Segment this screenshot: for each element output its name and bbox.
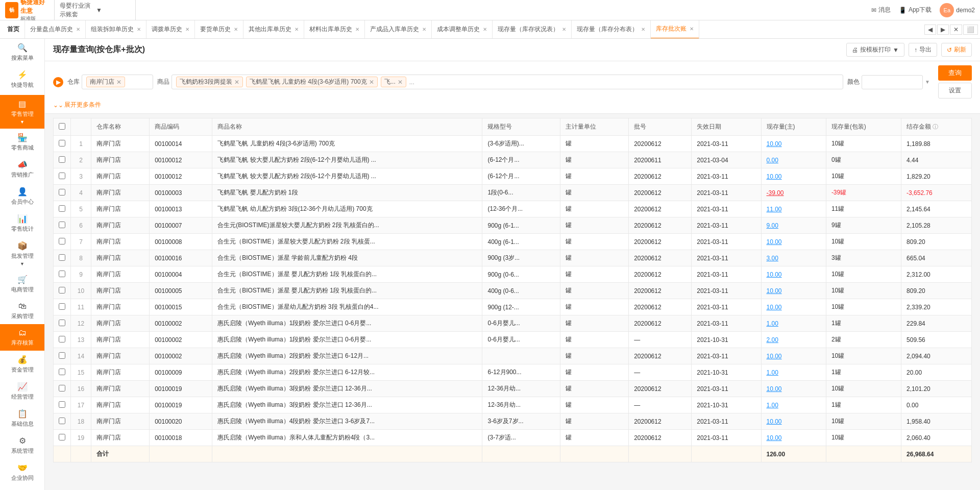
row-checkbox[interactable] [54, 283, 71, 299]
row-stock-main[interactable]: -39.00 [761, 185, 826, 201]
row-stock-main[interactable]: 10.00 [761, 430, 826, 446]
goods-tag-2-remove[interactable]: ✕ [369, 79, 374, 86]
row-stock-main[interactable]: 1.00 [761, 397, 826, 413]
tab-kucun-batch[interactable]: 库存批次账 ✕ [651, 20, 699, 39]
row-checkbox[interactable] [54, 397, 71, 413]
expand-more-btn[interactable]: ⌄⌄ 展开更多条件 [53, 101, 972, 109]
row-checkbox[interactable] [54, 152, 71, 168]
goods-tag-2[interactable]: 飞鹤星飞帆 儿童奶粉 4段(3-6岁适用) 700克 ✕ [246, 77, 378, 87]
row-checkbox[interactable] [54, 217, 71, 234]
sidebar-item-operation[interactable]: 📈 经营管理 [0, 378, 44, 405]
row-stock-main[interactable]: 10.00 [761, 234, 826, 250]
warehouse-tag[interactable]: 南岸门店 ✕ [86, 77, 125, 87]
sidebar-item-zero-stat[interactable]: 📊 零售统计 [0, 210, 44, 237]
sidebar-item-batch[interactable]: 📦 批发管理 ▼ [0, 237, 44, 271]
row-checkbox[interactable] [54, 315, 71, 332]
row-checkbox[interactable] [54, 364, 71, 381]
tab-diaob[interactable]: 调拨单历史 ✕ [146, 20, 195, 39]
row-checkbox[interactable] [54, 332, 71, 348]
user-menu[interactable]: Ea demo2 [940, 3, 975, 17]
sidebar-item-search[interactable]: 🔍 搜索菜单 [0, 39, 44, 66]
sidebar-item-finance[interactable]: 💰 资金管理 [0, 351, 44, 378]
row-checkbox[interactable] [54, 201, 71, 217]
tab-zuzhuang[interactable]: 组装拆卸单历史 ✕ [86, 20, 146, 39]
message-button[interactable]: ✉ 消息 [871, 6, 891, 14]
workspace-selector[interactable]: 母婴行业演示账套 ▼ [54, 0, 136, 21]
tab-next-btn[interactable]: ▶ [937, 24, 949, 35]
goods-tag-3-remove[interactable]: ✕ [398, 79, 403, 86]
row-stock-main[interactable]: 0.00 [761, 152, 826, 168]
goods-tag-3[interactable]: 飞... ✕ [381, 77, 406, 87]
settings-button[interactable]: 设置 [938, 83, 972, 99]
tab-zuzhuang-close[interactable]: ✕ [137, 27, 141, 32]
sidebar-item-guide[interactable]: 🎯 新手引导 [0, 486, 44, 490]
tab-yaohuo-close[interactable]: ✕ [234, 27, 238, 32]
row-stock-main[interactable]: 11.00 [761, 201, 826, 217]
tab-xiancunzhuang[interactable]: 现存量（库存状况表） ✕ [493, 20, 572, 39]
goods-tag-area[interactable]: 飞鹤奶粉3段两提装 ✕ 飞鹤星飞帆 儿童奶粉 4段(3-6岁适用) 700克 ✕… [172, 75, 843, 89]
tab-diaob-close[interactable]: ✕ [185, 27, 189, 32]
balance-info-icon[interactable]: ⓘ [933, 124, 938, 130]
row-checkbox[interactable] [54, 299, 71, 315]
tab-qitachuku[interactable]: 其他出库单历史 ✕ [243, 20, 304, 39]
row-stock-main[interactable]: 10.00 [761, 168, 826, 185]
row-stock-main[interactable]: 1.00 [761, 315, 826, 332]
tab-chanpin[interactable]: 产成品入库单历史 ✕ [365, 20, 432, 39]
tab-fenliang-close[interactable]: ✕ [76, 27, 80, 32]
sidebar-item-system[interactable]: ⚙ 系统管理 [0, 432, 44, 459]
refresh-button[interactable]: ↺ 刷新 [941, 43, 972, 57]
row-checkbox[interactable] [54, 413, 71, 430]
tab-close-all-btn[interactable]: ✕ [950, 24, 962, 35]
row-checkbox[interactable] [54, 250, 71, 266]
sidebar-item-ecommerce[interactable]: 🛒 电商管理 [0, 271, 44, 298]
row-stock-main[interactable]: 2.00 [761, 332, 826, 348]
sidebar-item-member[interactable]: 👤 会员中心 [0, 183, 44, 210]
tab-cailiao[interactable]: 材料出库单历史 ✕ [304, 20, 365, 39]
col-checkbox[interactable] [54, 118, 71, 136]
row-checkbox[interactable] [54, 381, 71, 397]
tab-cailiao-close[interactable]: ✕ [355, 27, 359, 32]
row-checkbox[interactable] [54, 136, 71, 152]
row-stock-main[interactable]: 9.00 [761, 217, 826, 234]
row-stock-main[interactable]: 10.00 [761, 283, 826, 299]
row-checkbox[interactable] [54, 266, 71, 283]
row-stock-main[interactable]: 10.00 [761, 299, 826, 315]
tab-yaohuo[interactable]: 要货单历史 ✕ [195, 20, 243, 39]
sidebar-item-basic[interactable]: 📋 基础信息 [0, 405, 44, 432]
tab-chengben-close[interactable]: ✕ [483, 27, 487, 32]
color-tag-area[interactable] [862, 75, 923, 89]
row-checkbox[interactable] [54, 168, 71, 185]
tab-qitachuku-close[interactable]: ✕ [295, 27, 299, 32]
row-checkbox[interactable] [54, 430, 71, 446]
app-download-button[interactable]: 📱 App下载 [899, 6, 932, 14]
tab-chanpin-close[interactable]: ✕ [422, 27, 426, 32]
tab-fenliang[interactable]: 分量盘点单历史 ✕ [25, 20, 86, 39]
tab-xiancunfen[interactable]: 现存量（库存分布表） ✕ [572, 20, 651, 39]
row-stock-main[interactable]: 10.00 [761, 348, 826, 364]
sidebar-item-zero-retail[interactable]: ▤ 零售管理 ▼ [0, 95, 44, 129]
filter-toggle-btn[interactable]: ▶ [53, 77, 63, 87]
tab-xiancunzhuang-close[interactable]: ✕ [562, 27, 566, 32]
row-checkbox[interactable] [54, 348, 71, 364]
tab-home[interactable]: 首页 [2, 20, 25, 39]
select-all-checkbox[interactable] [59, 123, 65, 130]
tab-xiancunfen-close[interactable]: ✕ [641, 27, 645, 32]
export-button[interactable]: ↑ 导出 [909, 43, 937, 57]
sidebar-item-marketing[interactable]: 📣 营销推广 [0, 156, 44, 183]
sidebar-item-purchase[interactable]: 🛍 采购管理 [0, 298, 44, 324]
row-stock-main[interactable]: 3.00 [761, 250, 826, 266]
row-stock-main[interactable]: 10.00 [761, 381, 826, 397]
warehouse-tag-remove[interactable]: ✕ [116, 79, 121, 86]
color-arrow-down[interactable]: ▼ [925, 79, 930, 85]
row-stock-main[interactable]: 10.00 [761, 413, 826, 430]
row-stock-main[interactable]: 1.00 [761, 364, 826, 381]
row-checkbox[interactable] [54, 234, 71, 250]
sidebar-item-zero-shop[interactable]: 🏪 零售商城 [0, 129, 44, 156]
goods-tag-1[interactable]: 飞鹤奶粉3段两提装 ✕ [176, 77, 243, 87]
warehouse-tag-area[interactable]: 南岸门店 ✕ [82, 75, 153, 89]
query-button[interactable]: 查询 [938, 65, 972, 81]
goods-more[interactable]: ... [409, 79, 414, 86]
row-checkbox[interactable] [54, 185, 71, 201]
sidebar-item-inventory[interactable]: 🗂 库存核算 [0, 324, 44, 351]
row-stock-main[interactable]: 10.00 [761, 136, 826, 152]
